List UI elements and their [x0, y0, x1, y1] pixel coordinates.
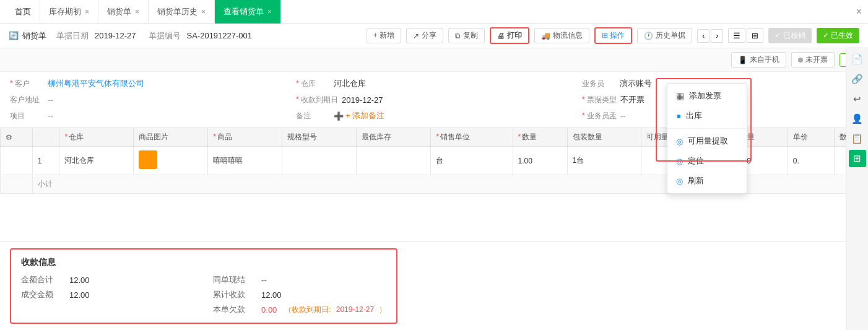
- address-label: 客户地址: [10, 95, 44, 105]
- col-warehouse: *仓库: [59, 128, 134, 147]
- dropdown-outbound[interactable]: ● 出库: [667, 106, 747, 126]
- not-opened-dot: [798, 58, 803, 63]
- grid-view-button[interactable]: ⊞: [747, 28, 763, 43]
- note-label: 备注: [296, 111, 330, 121]
- outstanding-close: ）: [379, 305, 386, 315]
- cumulative-received-row: 累计收款 12.00: [213, 289, 386, 300]
- sidebar-user-icon[interactable]: 👤: [849, 110, 866, 128]
- warehouse-row: 仓库 河北仓库: [296, 78, 572, 89]
- tab-close-view[interactable]: ×: [267, 7, 272, 16]
- salesperson2-value: --: [620, 111, 626, 121]
- row-min-stock: [357, 147, 431, 175]
- document-actions: + 新增 ↗ 分享 ⧉ 复制 🖨 打印 🚚 物流信息: [367, 27, 859, 44]
- project-row: 项目 --: [10, 110, 286, 121]
- logistics-button[interactable]: 🚚 物流信息: [534, 28, 589, 43]
- sidebar-clipboard-icon[interactable]: 📋: [849, 130, 866, 147]
- dropdown-refresh[interactable]: ◎ 刷新: [667, 171, 747, 191]
- row-warehouse: 河北仓库: [59, 147, 134, 175]
- bottom-section: 收款信息 金额合计 12.00 同单现结 -- 成交金额 12.00: [0, 241, 868, 330]
- col-spec: 规格型号: [282, 128, 357, 147]
- check-icon: ✓: [775, 31, 781, 40]
- add-note-button[interactable]: ➕ + 添加备注: [334, 110, 384, 121]
- deal-amount-label: 成交金额: [21, 289, 64, 300]
- document-type: 🔄 销货单: [9, 30, 46, 41]
- print-button[interactable]: 🖨 打印: [490, 27, 529, 44]
- dropdown-add-invoice[interactable]: ▦ 添加发票: [667, 86, 747, 106]
- same-settle-label: 同单现结: [213, 274, 256, 285]
- ticket-type-label: 票据类型: [582, 95, 617, 105]
- cumulative-received-value: 12.00: [261, 290, 282, 300]
- prev-button[interactable]: ‹: [697, 29, 710, 43]
- number-value: SA-20191227-001: [187, 31, 253, 40]
- sidebar-return-icon[interactable]: ↩: [849, 90, 866, 108]
- outstanding-note: （收款到期日:: [284, 305, 331, 315]
- col-pack-qty: 包装数量: [567, 128, 641, 147]
- warehouse-label: 仓库: [296, 79, 330, 89]
- print-icon: 🖨: [497, 32, 505, 40]
- right-sidebar: 📄 🔗 ↩ 👤 📋 ⊞: [846, 47, 868, 330]
- tab-bar: 首页 库存期初 × 销货单 × 销货单历史 × 查看销货单 × ×: [0, 0, 868, 24]
- history-button[interactable]: 🕐 历史单据: [637, 28, 692, 43]
- toolbar-row: 📱 来自手机 未开票 ✓: [0, 48, 868, 72]
- customer-row: 客户 柳州粤港平安气体有限公司: [10, 78, 286, 89]
- product-thumbnail: [139, 150, 157, 169]
- window-close-button[interactable]: ×: [856, 6, 862, 17]
- deal-amount-value: 12.00: [69, 290, 90, 300]
- col-sales-unit: *销售单位: [431, 128, 513, 147]
- share-button[interactable]: ↗ 分享: [406, 28, 443, 43]
- col-min-stock: 最低库存: [357, 128, 431, 147]
- sidebar-doc-icon[interactable]: 📄: [849, 51, 866, 68]
- note-row: 备注 ➕ + 添加备注: [296, 110, 572, 121]
- tab-inventory-init[interactable]: 库存期初 ×: [40, 0, 98, 24]
- doc-type-label: 销货单: [22, 30, 46, 41]
- operate-button[interactable]: ⊞ 操作: [594, 27, 632, 44]
- salesperson-value: 演示账号: [620, 78, 652, 89]
- deal-amount-row: 成交金额 12.00: [21, 289, 194, 300]
- row-spec: [282, 147, 357, 175]
- next-button[interactable]: ›: [711, 29, 723, 43]
- date-label: 单据日期: [56, 30, 89, 41]
- new-button[interactable]: + 新增: [367, 28, 401, 43]
- col-unit-price: 单价: [788, 128, 835, 147]
- canceled-button[interactable]: ✓ 已核销: [768, 28, 811, 43]
- document-header: 🔄 销货单 单据日期 2019-12-27 单据编号 SA-20191227-0…: [0, 24, 868, 48]
- document-meta: 单据日期 2019-12-27 单据编号 SA-20191227-001: [56, 30, 252, 41]
- total-amount-label: 金额合计: [21, 274, 64, 285]
- effective-button[interactable]: ✓ 已生效: [817, 28, 859, 43]
- invoice-icon: ▦: [676, 91, 684, 101]
- view-toggle: ☰ ⊞: [728, 28, 763, 43]
- from-phone-button[interactable]: 📱 来自手机: [731, 52, 786, 67]
- row-product-img: [134, 147, 208, 175]
- subtotal-gear: [1, 175, 33, 194]
- sidebar-link-icon[interactable]: 🔗: [849, 71, 866, 88]
- tab-close-inventory[interactable]: ×: [85, 7, 89, 16]
- tab-home[interactable]: 首页: [6, 0, 40, 24]
- tab-sales-order[interactable]: 销货单 ×: [98, 0, 149, 24]
- row-gear: [1, 147, 33, 175]
- plus-icon: ➕: [334, 111, 344, 121]
- dropdown-available-qty[interactable]: ◎ 可用量提取: [667, 131, 747, 151]
- tab-view-sales[interactable]: 查看销货单 ×: [215, 0, 281, 24]
- locate-icon: ◎: [676, 157, 683, 166]
- list-view-button[interactable]: ☰: [728, 28, 745, 43]
- customer-value[interactable]: 柳州粤港平安气体有限公司: [48, 78, 144, 89]
- total-amount-value: 12.00: [69, 276, 90, 285]
- number-label: 单据编号: [149, 30, 181, 41]
- tab-close-history[interactable]: ×: [201, 7, 206, 16]
- col-product-img: 商品图片: [134, 128, 208, 147]
- tab-close-sales[interactable]: ×: [135, 7, 139, 16]
- tab-sales-history[interactable]: 销货单历史 ×: [149, 0, 215, 24]
- project-label: 项目: [10, 111, 44, 121]
- sidebar-expand-icon[interactable]: ⊞: [849, 150, 866, 167]
- truck-icon: 🚚: [541, 32, 550, 40]
- cumulative-received-label: 累计收款: [213, 289, 256, 300]
- row-quantity: 1.00: [513, 147, 567, 175]
- not-opened-button[interactable]: 未开票: [791, 52, 835, 67]
- salesperson-label: 业务员: [582, 79, 616, 89]
- dropdown-divider: [667, 128, 747, 129]
- row-product: 嘻嘻嘻嘻: [208, 147, 282, 175]
- outstanding-row: 本单欠款 0.00 （收款到期日: 2019-12-27 ）: [213, 304, 386, 315]
- row-sales-unit: 台: [431, 147, 513, 175]
- copy-button[interactable]: ⧉ 复制: [448, 28, 485, 43]
- dropdown-locate[interactable]: ◎ 定位: [667, 151, 747, 171]
